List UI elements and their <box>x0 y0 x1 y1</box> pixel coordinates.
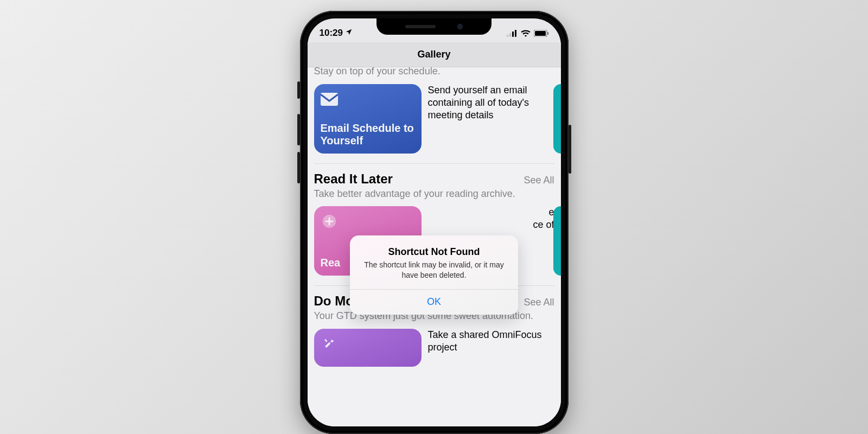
power-button[interactable] <box>569 125 571 174</box>
mute-switch[interactable] <box>297 81 300 99</box>
phone-frame: 10:29 <box>300 11 569 434</box>
modal-dim <box>308 18 561 426</box>
alert-message: The shortcut link may be invalid, or it … <box>360 260 508 280</box>
volume-down-button[interactable] <box>297 152 300 183</box>
alert-dialog: Shortcut Not Found The shortcut link may… <box>350 235 518 315</box>
screen: 10:29 <box>308 18 561 426</box>
alert-ok-button[interactable]: OK <box>350 290 518 315</box>
volume-up-button[interactable] <box>297 114 300 145</box>
alert-title: Shortcut Not Found <box>360 246 508 258</box>
stage: 10:29 <box>0 0 868 434</box>
